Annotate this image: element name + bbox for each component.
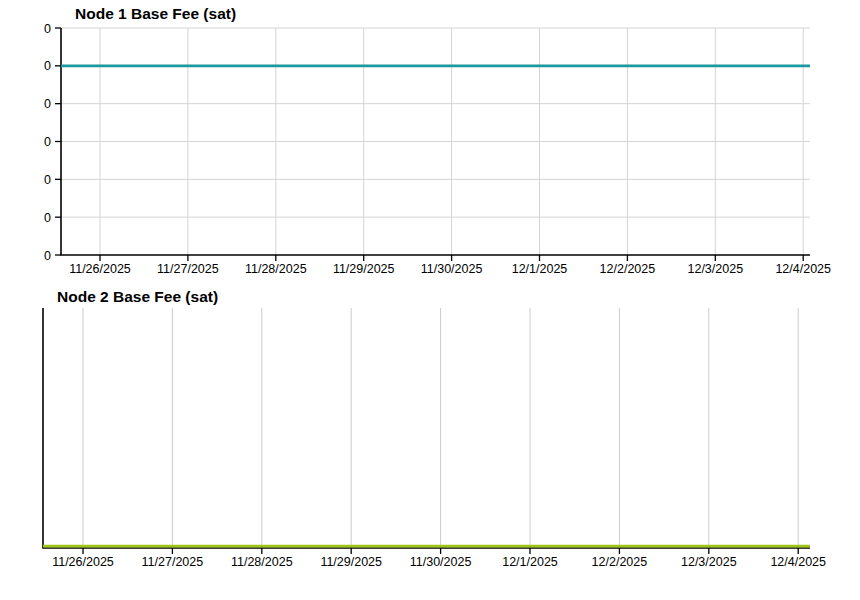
x-axis-tick-label: 11/30/2025 — [421, 262, 483, 276]
x-axis-tick-label: 11/26/2025 — [69, 262, 131, 276]
x-axis-tick-label: 12/2/2025 — [592, 555, 648, 569]
y-axis-tick-label: 0 — [44, 249, 51, 263]
y-axis-tick-label: 0 — [44, 59, 51, 73]
y-axis-tick-label: 0 — [44, 97, 51, 111]
x-axis-tick-label: 12/3/2025 — [681, 555, 737, 569]
charts-panel: 000000011/26/202511/27/202511/28/202511/… — [0, 0, 860, 600]
base-fee-charts: 000000011/26/202511/27/202511/28/202511/… — [0, 0, 860, 600]
chart-title: Node 1 Base Fee (sat) — [75, 5, 236, 22]
x-axis-tick-label: 11/29/2025 — [333, 262, 395, 276]
x-axis-tick-label: 11/26/2025 — [52, 555, 114, 569]
x-axis-tick-label: 12/2/2025 — [600, 262, 656, 276]
x-axis-tick-label: 11/30/2025 — [410, 555, 472, 569]
x-axis-tick-label: 11/27/2025 — [142, 555, 204, 569]
x-axis-tick-label: 11/29/2025 — [320, 555, 382, 569]
chart-title: Node 2 Base Fee (sat) — [57, 288, 218, 305]
x-axis-tick-label: 12/1/2025 — [502, 555, 558, 569]
y-axis-tick-label: 0 — [44, 211, 51, 225]
x-axis-tick-label: 12/4/2025 — [775, 262, 831, 276]
x-axis-tick-label: 11/28/2025 — [245, 262, 307, 276]
y-axis-tick-label: 0 — [44, 135, 51, 149]
y-axis-tick-label: 0 — [44, 173, 51, 187]
x-axis-tick-label: 11/27/2025 — [157, 262, 219, 276]
x-axis-tick-label: 12/3/2025 — [687, 262, 743, 276]
x-axis-tick-label: 12/4/2025 — [770, 555, 826, 569]
x-axis-tick-label: 11/28/2025 — [231, 555, 293, 569]
y-axis-tick-label: 0 — [44, 22, 51, 36]
x-axis-tick-label: 12/1/2025 — [512, 262, 568, 276]
